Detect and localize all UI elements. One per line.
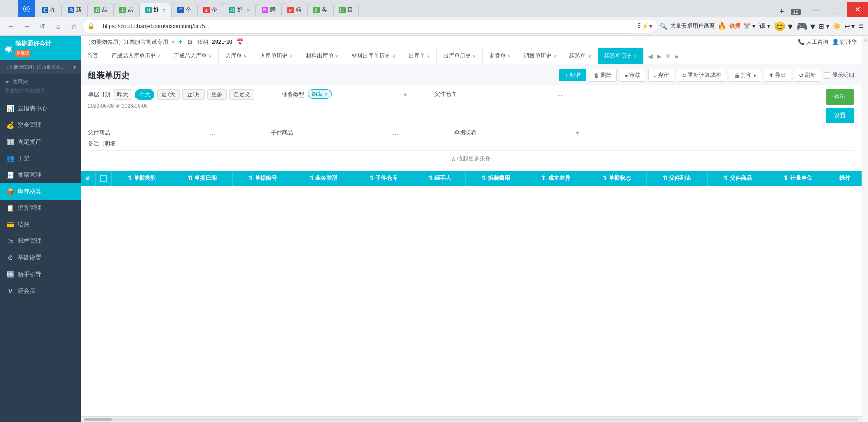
export-button[interactable]: ⬆ 导出: [764, 69, 791, 82]
parent-item-input[interactable]: [114, 128, 206, 137]
sidebar-item-archive[interactable]: 🗂 归档管理: [0, 233, 81, 249]
assembly-close[interactable]: ×: [588, 53, 591, 59]
page-tab-stock-in[interactable]: 入库单 ×: [219, 48, 253, 64]
mat-out-close[interactable]: ×: [335, 53, 338, 59]
page-tab-out-hist[interactable]: 出库单历史 ×: [437, 48, 482, 64]
emoji-icon[interactable]: 😊 ▾: [774, 21, 793, 32]
order-status-input[interactable]: [480, 128, 572, 137]
scrollbar-thumb[interactable]: [84, 418, 112, 421]
browser-tab-4[interactable]: 易 易: [113, 3, 139, 17]
refresh-button[interactable]: ↺: [36, 20, 49, 33]
recalc-button[interactable]: ↻ 重新计算成本: [677, 69, 726, 82]
top-settings-icon[interactable]: ⚙: [186, 38, 194, 46]
game-icon[interactable]: 🎮 ▾: [796, 21, 815, 32]
yesterday-btn[interactable]: 昨天: [113, 89, 132, 100]
th-checkbox[interactable]: [95, 171, 111, 186]
tab-close-all[interactable]: ✕: [663, 52, 673, 61]
transfer-hist-close[interactable]: ×: [553, 53, 556, 59]
minimize-button[interactable]: —: [804, 2, 826, 17]
page-tab-out[interactable]: 出库单 ×: [402, 48, 437, 64]
sub-item-input[interactable]: [297, 128, 389, 137]
browser-tab-2[interactable]: 新 新: [62, 3, 88, 17]
review-button[interactable]: ● 审核: [620, 69, 645, 82]
horizontal-scrollbar[interactable]: [81, 416, 862, 422]
sun-icon[interactable]: ☀️: [833, 23, 841, 30]
parent-warehouse-input[interactable]: [460, 89, 552, 98]
cut-icon[interactable]: ✂️ ▾: [743, 23, 756, 29]
parent-warehouse-dots[interactable]: ...: [556, 90, 562, 98]
page-tab-stock-in-hist[interactable]: 入库单历史 ×: [253, 48, 299, 64]
custom-btn[interactable]: 自定义: [229, 89, 254, 100]
sidebar-item-tax[interactable]: 📋 税务管理: [0, 200, 81, 216]
browser-tab-8[interactable]: 好 好 ×: [223, 3, 255, 17]
browser-tab-11[interactable]: 各 各: [307, 3, 333, 17]
prod-in-hist-close[interactable]: ×: [158, 53, 160, 59]
today-btn[interactable]: 今天: [135, 89, 154, 100]
back-button[interactable]: ←: [5, 20, 18, 33]
1month-btn[interactable]: 近1月: [182, 89, 205, 100]
th-settings[interactable]: ⚙: [81, 171, 95, 186]
dropdown-icon[interactable]: ▾: [649, 23, 652, 30]
th-handler[interactable]: ⇅ 经手人: [414, 171, 465, 186]
undo-icon[interactable]: ↩ ▾: [845, 23, 855, 30]
th-order-type[interactable]: ⇅ 单据类型: [111, 171, 172, 186]
show-detail-checkbox[interactable]: [824, 72, 830, 79]
print-button[interactable]: 🖨 打印 ▾: [729, 69, 761, 82]
th-cost-diff[interactable]: ⇅ 成本差异: [526, 171, 586, 186]
lightning-icon[interactable]: ⚡: [641, 23, 649, 30]
page-tab-transfer[interactable]: 调拨单 ×: [483, 48, 517, 64]
biz-type-remove[interactable]: ×: [324, 92, 327, 97]
browser-tab-3[interactable]: 易 易: [88, 3, 113, 17]
sidebar-item-payroll[interactable]: 👥 工资: [0, 150, 81, 167]
sidebar-item-guide[interactable]: 🆕 新手引导: [0, 266, 81, 283]
select-all-checkbox[interactable]: [100, 175, 107, 182]
sidebar-item-settlement[interactable]: 💳 结账: [0, 216, 81, 233]
new-tab-button[interactable]: +: [774, 7, 789, 17]
company-selector[interactable]: （勿删勿禁用）江西服宝测试专用 ▾: [0, 60, 81, 74]
th-unit[interactable]: ⇅ 计量单位: [768, 171, 828, 186]
th-order-date[interactable]: ⇅ 单据日期: [172, 171, 232, 186]
th-biz-type[interactable]: ⇅ 业务类型: [293, 171, 353, 186]
forward-button[interactable]: →: [20, 20, 33, 33]
out-close[interactable]: ×: [427, 53, 430, 59]
query-button[interactable]: 查询: [826, 89, 854, 105]
page-tab-transfer-hist[interactable]: 调拨单历史 ×: [517, 48, 563, 64]
browser-tab-7[interactable]: 企 企: [197, 3, 223, 17]
order-status-dropdown[interactable]: ▾: [576, 129, 579, 136]
tab-right-arrow[interactable]: ▶: [655, 52, 663, 61]
apps-icon[interactable]: ⊞ ▾: [819, 23, 829, 30]
page-tab-prod-in-hist[interactable]: 产成品入库单历史 ×: [105, 48, 167, 64]
user-info[interactable]: 👤 徐泽华: [832, 38, 857, 46]
sidebar-item-vip[interactable]: V 畅会员: [0, 283, 81, 299]
refresh-button[interactable]: ↺ 刷新: [794, 69, 821, 82]
7days-btn[interactable]: 近7天: [157, 89, 180, 100]
sidebar-item-finance[interactable]: 💰 资金管理: [0, 117, 81, 133]
browser-tab-active[interactable]: 好 好 ×: [139, 3, 171, 17]
abandon-button[interactable]: ○ 弃审: [648, 69, 674, 82]
th-parent-item[interactable]: ⇅ 父件商品: [707, 171, 768, 186]
translate-icon[interactable]: 译 ▾: [759, 22, 770, 30]
sidebar-item-inventory[interactable]: 📦 库存核算: [0, 183, 81, 200]
sidebar-item-settings[interactable]: ⚙ 基础设置: [0, 249, 81, 266]
home-button[interactable]: ⌂: [52, 20, 65, 33]
maximize-button[interactable]: ⬜: [826, 2, 847, 17]
settings-button[interactable]: 设置: [826, 108, 854, 123]
table-settings-icon[interactable]: ⚙: [85, 175, 90, 182]
scrollbar-track[interactable]: [84, 418, 858, 421]
page-tab-assembly-hist[interactable]: 组装单历史 ×: [598, 48, 644, 64]
th-disassembly-fee[interactable]: ⇅ 拆装费用: [465, 171, 526, 186]
browser-tab-10[interactable]: M 畅: [282, 3, 307, 17]
biz-type-dropdown[interactable]: ▾: [404, 91, 407, 98]
th-sub-warehouse[interactable]: ⇅ 子件仓库: [353, 171, 414, 186]
browser-tab-6[interactable]: 个 个: [171, 3, 197, 17]
tab-close-icon-2[interactable]: ×: [246, 7, 249, 13]
add-company-button[interactable]: +: [178, 38, 182, 46]
tab-left-arrow[interactable]: ◀: [646, 52, 655, 61]
out-hist-close[interactable]: ×: [473, 53, 475, 59]
browser-tab-12[interactable]: 目 目: [333, 3, 359, 17]
th-order-status[interactable]: ⇅ 单据状态: [586, 171, 647, 186]
th-parent-list[interactable]: ⇅ 父件列表: [647, 171, 707, 186]
delete-button[interactable]: 🗑 删除: [589, 69, 617, 82]
more-btn[interactable]: 更多: [207, 89, 227, 100]
sidebar-item-report[interactable]: 📊 云报表中心: [0, 100, 81, 117]
